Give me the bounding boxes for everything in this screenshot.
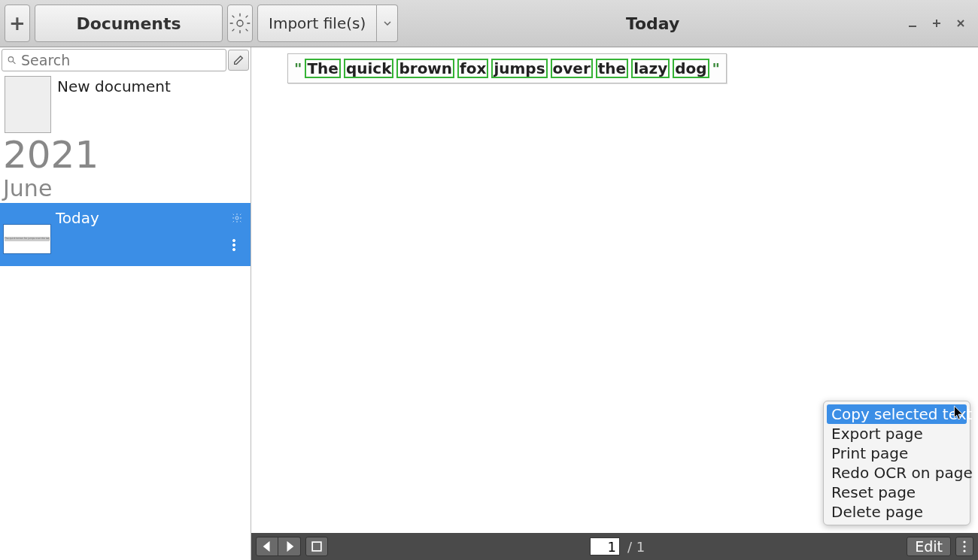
import-dropdown[interactable] <box>377 5 398 42</box>
window-title: Today <box>402 14 903 33</box>
more-vert-icon <box>963 540 966 552</box>
bottom-bar: / 1 Edit <box>251 533 978 560</box>
search-box[interactable] <box>2 49 226 71</box>
svg-point-6 <box>8 57 14 62</box>
prev-page-button[interactable] <box>256 537 278 556</box>
page-more-button[interactable] <box>955 537 973 556</box>
page-number-input[interactable] <box>590 537 620 555</box>
more-vert-icon <box>228 239 240 251</box>
svg-point-9 <box>232 239 235 241</box>
new-document-label: New document <box>57 76 171 95</box>
titlebar: + Documents Import file(s) Today <box>0 0 978 47</box>
ocr-word[interactable]: fox <box>457 59 488 78</box>
ocr-word[interactable]: the <box>596 59 628 78</box>
svg-point-0 <box>237 20 243 26</box>
svg-point-8 <box>235 216 238 219</box>
document-more-button[interactable] <box>228 239 240 254</box>
year-label: 2021 <box>0 136 251 174</box>
ctx-delete-page[interactable]: Delete page <box>827 502 967 522</box>
ocr-word[interactable]: jumps <box>491 59 547 78</box>
ocr-line: " The quick brown fox jumps over the laz… <box>294 59 720 78</box>
import-button[interactable]: Import file(s) <box>257 5 377 42</box>
ocr-word[interactable]: The <box>305 59 340 78</box>
gear-icon <box>231 212 243 224</box>
edit-icon <box>232 54 244 66</box>
ocr-word[interactable]: quick <box>344 59 394 78</box>
document-item-today[interactable]: The quick brown fox jumps over the lazy … <box>0 203 251 266</box>
svg-rect-12 <box>312 542 321 551</box>
ocr-word[interactable]: dog <box>673 59 709 78</box>
cursor-icon <box>952 405 964 420</box>
minimize-button[interactable] <box>907 18 918 29</box>
ocr-word[interactable]: brown <box>396 59 454 78</box>
page-preview[interactable]: " The quick brown fox jumps over the laz… <box>287 53 727 83</box>
svg-point-14 <box>963 545 965 547</box>
svg-point-13 <box>963 540 965 543</box>
sidebar: New document 2021 June The quick brown f… <box>0 47 251 560</box>
maximize-button[interactable] <box>931 18 942 29</box>
window-controls <box>907 18 973 29</box>
import-button-group: Import file(s) <box>257 5 398 42</box>
arrow-right-icon <box>284 541 295 552</box>
viewer: " The quick brown fox jumps over the laz… <box>251 47 978 560</box>
month-label: June <box>0 174 251 203</box>
document-settings-button[interactable] <box>231 212 243 227</box>
next-page-button[interactable] <box>278 537 301 556</box>
search-input[interactable] <box>21 52 221 68</box>
fullscreen-button[interactable] <box>305 537 328 556</box>
page-context-menu: Copy selected text Export page Print pag… <box>823 401 970 525</box>
ctx-redo-ocr[interactable]: Redo OCR on page <box>827 463 967 483</box>
ctx-reset-page[interactable]: Reset page <box>827 483 967 502</box>
add-document-button[interactable]: + <box>5 5 30 42</box>
settings-button[interactable] <box>227 5 253 42</box>
ocr-word[interactable]: lazy <box>631 59 670 78</box>
quote-open: " <box>294 59 302 77</box>
svg-line-7 <box>13 62 15 64</box>
chevron-down-icon <box>384 21 391 26</box>
ctx-copy-selected-text[interactable]: Copy selected text <box>827 404 967 424</box>
gear-icon <box>228 11 252 35</box>
quote-close: " <box>712 59 720 77</box>
page-total-label: / 1 <box>627 539 645 555</box>
search-edit-button[interactable] <box>228 50 249 71</box>
new-document-row[interactable]: New document <box>0 73 251 136</box>
documents-tab[interactable]: Documents <box>35 5 223 42</box>
ctx-export-page[interactable]: Export page <box>827 424 967 443</box>
edit-button[interactable]: Edit <box>907 537 951 556</box>
search-row <box>0 47 251 73</box>
close-button[interactable] <box>955 18 966 29</box>
search-icon <box>7 55 17 65</box>
svg-point-11 <box>232 248 235 250</box>
arrow-left-icon <box>262 541 272 552</box>
new-document-thumb <box>5 76 51 133</box>
document-title: Today <box>56 207 99 262</box>
document-thumb: The quick brown fox jumps over the lazy … <box>3 224 51 254</box>
ocr-word[interactable]: over <box>551 59 593 78</box>
svg-point-15 <box>963 549 965 552</box>
ctx-print-page[interactable]: Print page <box>827 443 967 463</box>
svg-point-10 <box>232 244 235 246</box>
fullscreen-icon <box>311 541 322 552</box>
